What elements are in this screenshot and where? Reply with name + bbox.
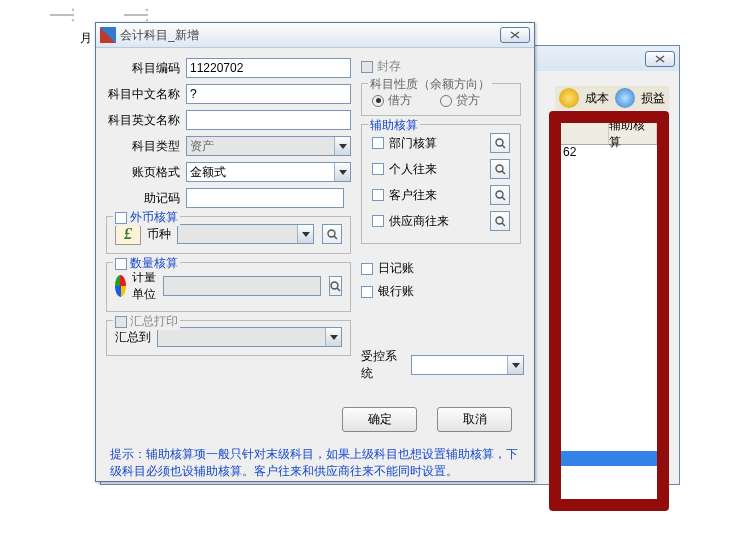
pie-icon bbox=[115, 275, 126, 297]
select-currency bbox=[177, 224, 314, 244]
radio-debit bbox=[372, 95, 384, 107]
label-credit: 贷方 bbox=[456, 92, 480, 109]
ok-button[interactable]: 确定 bbox=[342, 407, 417, 432]
chk-aux-person[interactable] bbox=[372, 163, 384, 175]
globe-icon bbox=[615, 88, 635, 108]
label-bank: 银行账 bbox=[378, 283, 414, 300]
svg-line-11 bbox=[502, 223, 505, 226]
label-daily: 日记账 bbox=[378, 260, 414, 277]
chk-aux-supp[interactable] bbox=[372, 215, 384, 227]
label-name-en: 科目英文名称 bbox=[106, 112, 186, 129]
bg-col-aux: 辅助核算 bbox=[609, 123, 657, 144]
form-left: 科目编码 科目中文名称 科目英文名称 科目类型 资产 账页格式 bbox=[106, 58, 351, 356]
lookup-aux-supp[interactable] bbox=[490, 211, 510, 231]
lookup-aux-cust[interactable] bbox=[490, 185, 510, 205]
chk-aux-dept[interactable] bbox=[372, 137, 384, 149]
svg-point-8 bbox=[496, 191, 503, 198]
lookup-aux-person[interactable] bbox=[490, 159, 510, 179]
toolbar-label-cost[interactable]: 成本 bbox=[585, 90, 609, 107]
chk-qty[interactable] bbox=[115, 258, 127, 270]
label-aux-dept: 部门核算 bbox=[389, 135, 483, 152]
label-currency: 币种 bbox=[147, 226, 171, 243]
chk-seal bbox=[361, 61, 373, 73]
legend-qty: 数量核算 bbox=[130, 255, 178, 272]
select-ledger-value: 金额式 bbox=[190, 164, 226, 181]
label-aux-supp: 供应商往来 bbox=[389, 213, 483, 230]
lookup-unit-button[interactable] bbox=[329, 276, 342, 296]
select-controlled[interactable] bbox=[411, 355, 524, 375]
app-icon bbox=[100, 27, 116, 43]
label-controlled: 受控系统 bbox=[361, 348, 403, 382]
hint-text: 提示：辅助核算项一般只针对末级科目，如果上级科目也想设置辅助核算，下级科目必须也… bbox=[106, 446, 524, 480]
select-type-value: 资产 bbox=[190, 138, 214, 155]
svg-line-5 bbox=[502, 145, 505, 148]
legend-sumprint: 汇总打印 bbox=[130, 313, 178, 330]
chk-daily[interactable] bbox=[361, 263, 373, 275]
label-ledger: 账页格式 bbox=[106, 164, 186, 181]
svg-point-10 bbox=[496, 217, 503, 224]
svg-line-7 bbox=[502, 171, 505, 174]
bg-close-button[interactable] bbox=[645, 51, 675, 67]
dialog-title: 会计科目_新增 bbox=[120, 27, 500, 44]
bg-col-empty bbox=[561, 123, 609, 144]
label-debit: 借方 bbox=[388, 92, 412, 109]
input-unit bbox=[163, 276, 321, 296]
fx-fieldset: 外币核算 £ 币种 bbox=[106, 216, 351, 254]
form-right: 封存 科目性质（余额方向） 借方 贷方 辅助核算 部门核算 个人往来 客户往来 … bbox=[361, 58, 521, 306]
label-type: 科目类型 bbox=[106, 138, 186, 155]
label-name-cn: 科目中文名称 bbox=[106, 86, 186, 103]
svg-point-0 bbox=[328, 230, 335, 237]
label-seal: 封存 bbox=[377, 58, 401, 75]
bg-toolbar: 成本 损益 bbox=[555, 86, 669, 110]
label-unit: 计量单位 bbox=[132, 269, 157, 303]
input-name-cn[interactable] bbox=[186, 84, 351, 104]
radio-credit bbox=[440, 95, 452, 107]
lookup-currency-button[interactable] bbox=[322, 224, 342, 244]
chevron-down-icon[interactable] bbox=[334, 163, 350, 181]
chevron-down-icon[interactable] bbox=[507, 356, 523, 374]
coin-icon bbox=[559, 88, 579, 108]
legend-aux: 辅助核算 bbox=[368, 117, 420, 134]
chk-fx[interactable] bbox=[115, 212, 127, 224]
chevron-down-icon bbox=[297, 225, 313, 243]
label-mnemonic: 助记码 bbox=[106, 190, 186, 207]
svg-line-1 bbox=[334, 236, 337, 239]
lookup-aux-dept[interactable] bbox=[490, 133, 510, 153]
close-button[interactable] bbox=[500, 27, 530, 43]
select-type: 资产 bbox=[186, 136, 351, 156]
toolbar-label-profit[interactable]: 损益 bbox=[641, 90, 665, 107]
input-code[interactable] bbox=[186, 58, 351, 78]
svg-line-3 bbox=[337, 288, 340, 291]
add-account-dialog: 会计科目_新增 科目编码 科目中文名称 科目英文名称 科目类型 资产 bbox=[95, 22, 535, 482]
svg-point-6 bbox=[496, 165, 503, 172]
svg-point-2 bbox=[331, 282, 338, 289]
cancel-button[interactable]: 取消 bbox=[437, 407, 512, 432]
select-ledger-format[interactable]: 金额式 bbox=[186, 162, 351, 182]
bg-ledger-book: 辅助核算 62 bbox=[549, 111, 669, 511]
bg-row-value: 62 bbox=[563, 145, 576, 159]
legend-nature: 科目性质（余额方向） bbox=[368, 76, 492, 93]
label-code: 科目编码 bbox=[106, 60, 186, 77]
currency-icon: £ bbox=[115, 223, 141, 245]
chevron-down-icon bbox=[334, 137, 350, 155]
svg-line-9 bbox=[502, 197, 505, 200]
input-mnemonic[interactable] bbox=[186, 188, 344, 208]
chk-sumprint bbox=[115, 316, 127, 328]
nature-group: 科目性质（余额方向） 借方 贷方 bbox=[361, 83, 521, 116]
label-aux-person: 个人往来 bbox=[389, 161, 483, 178]
month-label: 月 bbox=[80, 30, 92, 47]
qty-fieldset: 数量核算 计量单位 bbox=[106, 262, 351, 312]
chk-bank[interactable] bbox=[361, 286, 373, 298]
arrow-right-icon bbox=[50, 3, 74, 27]
aux-group: 辅助核算 部门核算 个人往来 客户往来 供应商往来 bbox=[361, 124, 521, 244]
svg-point-4 bbox=[496, 139, 503, 146]
dialog-titlebar[interactable]: 会计科目_新增 bbox=[96, 23, 534, 48]
label-aux-cust: 客户往来 bbox=[389, 187, 483, 204]
legend-fx: 外币核算 bbox=[130, 209, 178, 226]
input-name-en[interactable] bbox=[186, 110, 351, 130]
chk-aux-cust[interactable] bbox=[372, 189, 384, 201]
